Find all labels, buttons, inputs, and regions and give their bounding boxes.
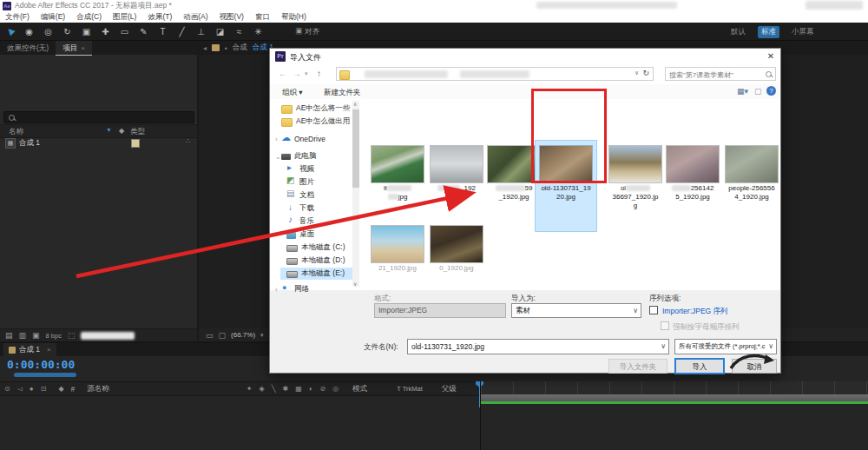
menu-item[interactable]: 合成(C) — [76, 12, 102, 23]
file-item[interactable]: people-2565564_1920.jpg — [721, 141, 782, 202]
label-swatch[interactable] — [131, 139, 140, 148]
file-item[interactable]: 21_1920.jpg — [367, 221, 428, 273]
workspace-item[interactable]: 默认 — [727, 26, 749, 38]
new-composition-icon[interactable]: ▣ — [32, 331, 40, 340]
sort-arrow-icon[interactable]: ▼ — [106, 127, 112, 133]
adjustment-icon[interactable]: ⊘ — [320, 385, 326, 393]
file-item[interactable]: ol36697_1920.jpg — [605, 141, 666, 210]
label-icon[interactable]: ◆ — [58, 385, 63, 393]
dialog-title-bar[interactable]: Pr 导入文件 ✕ — [270, 49, 780, 64]
menu-item[interactable]: 文件(F) — [5, 12, 30, 23]
chevron-down-icon[interactable]: ▾ — [260, 332, 264, 339]
sidebar-item-文档[interactable]: 文档 — [280, 189, 357, 202]
sidebar-scrollbar[interactable]: ∧ ∨ — [352, 101, 359, 287]
roto-brush-tool-icon[interactable]: ≈ — [233, 27, 245, 36]
shape-tool-icon[interactable]: ▭ — [119, 27, 130, 36]
monitor-icon[interactable]: ▭ — [206, 331, 214, 340]
scrollbar-thumb[interactable] — [352, 109, 359, 188]
workspace-item[interactable]: 标准 — [758, 26, 779, 38]
menu-item[interactable]: 帮助(H) — [281, 12, 306, 23]
composition-panel-label[interactable]: 合成 — [233, 43, 247, 53]
close-icon[interactable]: × — [47, 346, 51, 354]
menu-item[interactable]: 效果(T) — [148, 12, 172, 23]
chevron-down-icon[interactable]: ∨ — [635, 69, 639, 76]
effects-icon[interactable]: ✱ — [282, 385, 288, 393]
import-as-select[interactable]: 素材∨ — [511, 303, 641, 318]
bit-depth[interactable]: 8 bpc — [46, 332, 62, 340]
project-item-row[interactable]: ▦ 合成 1 ∴ — [0, 136, 197, 149]
view-mode-icon[interactable]: ▦▾ — [737, 87, 748, 96]
quality-icon[interactable]: ╲ — [272, 385, 276, 393]
sidebar-item-网络[interactable]: ›网络 — [275, 283, 352, 295]
pan-behind-tool-icon[interactable]: ✚ — [100, 27, 111, 36]
current-timecode[interactable]: 0:00:00:00 — [7, 358, 75, 371]
sidebar-item-音乐[interactable]: 音乐 — [280, 215, 357, 228]
sidebar-item-下载[interactable]: 下载 — [280, 202, 357, 215]
parent-column[interactable]: 父级 — [442, 384, 457, 394]
selection-tool-icon[interactable]: ▶ — [3, 24, 17, 39]
sidebar-item-本地磁盘(E:)[interactable]: 本地磁盘 (E:) — [280, 268, 357, 280]
puppet-pin-tool-icon[interactable]: ✳ — [253, 27, 264, 36]
preview-pane-icon[interactable]: ▢ — [754, 87, 762, 96]
project-search-input[interactable] — [3, 111, 194, 123]
back-icon[interactable]: ← — [279, 69, 287, 78]
sidebar-item-AE中怎么做出用[interactable]: AE中怎么做出用 — [275, 116, 352, 128]
sequence-checkbox[interactable] — [649, 306, 658, 314]
lock-icon[interactable]: ⊡ — [41, 385, 47, 393]
work-area-bar[interactable] — [481, 394, 868, 401]
sequence-checkbox-label[interactable]: Importer:JPEG 序列 — [662, 307, 728, 317]
zoom-tool-icon[interactable]: ◎ — [43, 27, 54, 36]
import-button[interactable]: 导入 — [674, 358, 725, 374]
sidebar-item-图片[interactable]: 图片 — [280, 176, 357, 189]
menu-item[interactable]: 编辑(E) — [41, 12, 65, 23]
motion-blur-icon[interactable]: ◐ — [309, 385, 313, 393]
menu-item[interactable]: 窗口 — [255, 12, 270, 23]
file-item[interactable]: _1920.jpg — [426, 141, 487, 202]
collapse-icon[interactable]: ◈ — [260, 385, 265, 393]
sidebar-item-桌面[interactable]: 桌面 — [280, 228, 357, 241]
frame-blend-icon[interactable]: ▦ — [295, 385, 302, 393]
timeline-tab[interactable]: 合成 1 × — [3, 343, 56, 356]
label-column-icon[interactable]: ◆ — [119, 127, 124, 135]
close-icon[interactable]: × — [81, 44, 85, 52]
sidebar-item-此电脑[interactable]: ⌄此电脑 — [275, 150, 352, 162]
scroll-up-icon[interactable]: ∧ — [353, 101, 357, 107]
brush-tool-icon[interactable]: ╱ — [176, 27, 187, 36]
clone-stamp-tool-icon[interactable]: ⊥ — [195, 27, 207, 36]
solo-icon[interactable]: ● — [30, 385, 34, 393]
region-icon[interactable]: ▢ — [219, 331, 227, 340]
sidebar-item-视频[interactable]: 视频 — [280, 163, 357, 175]
zoom-level[interactable]: (66.7%) — [231, 331, 255, 339]
up-icon[interactable]: ↑ — [317, 69, 321, 78]
sidebar-item-AE中怎么将一些[interactable]: AE中怎么将一些 — [275, 103, 352, 115]
forward-icon[interactable]: → — [293, 69, 301, 78]
menu-item[interactable]: 图层(L) — [113, 12, 136, 23]
refresh-icon[interactable]: ↻ — [642, 69, 649, 77]
video-visibility-icon[interactable]: ⊙ — [4, 385, 10, 393]
source-name-column[interactable]: 源名称 — [87, 384, 109, 394]
file-item[interactable]: 0_1920.jpg — [426, 221, 487, 273]
trash-icon[interactable]: ⬚ — [68, 331, 76, 340]
3d-icon[interactable]: ◎ — [332, 385, 339, 393]
rotate-tool-icon[interactable]: ↻ — [62, 27, 73, 36]
chevron-down-icon[interactable]: ▾ — [305, 70, 308, 77]
help-icon[interactable]: ? — [766, 86, 776, 96]
new-folder-icon[interactable]: ▥ — [19, 331, 27, 340]
scroll-down-icon[interactable]: ∨ — [353, 281, 357, 287]
organize-button[interactable]: 组织 ▾ — [282, 88, 303, 98]
tab-project[interactable]: 项目× — [56, 41, 92, 56]
text-tool-icon[interactable]: T — [157, 27, 168, 36]
workspace-item[interactable]: 小屏幕 — [788, 26, 818, 38]
align-toggle[interactable]: ▣ 对齐 — [295, 27, 319, 37]
menu-item[interactable]: 视图(V) — [220, 12, 244, 23]
chevron-down-icon[interactable]: ∨ — [661, 340, 666, 354]
pen-tool-icon[interactable]: ✎ — [138, 27, 149, 36]
sidebar-item-本地磁盘(D:)[interactable]: 本地磁盘 (D:) — [280, 255, 357, 267]
sidebar-item-本地磁盘(C:)[interactable]: 本地磁盘 (C:) — [280, 242, 357, 254]
audio-icon[interactable]: ◅ — [17, 385, 23, 393]
address-bar[interactable]: ∨ ↻ — [336, 67, 654, 81]
sidebar-item-OneDrive[interactable]: ›OneDrive — [275, 133, 352, 145]
file-item[interactable]: 2561425_1920.jpg — [662, 141, 723, 202]
lock-icon[interactable]: ▪ — [225, 44, 227, 52]
eraser-tool-icon[interactable]: ◪ — [214, 27, 226, 36]
